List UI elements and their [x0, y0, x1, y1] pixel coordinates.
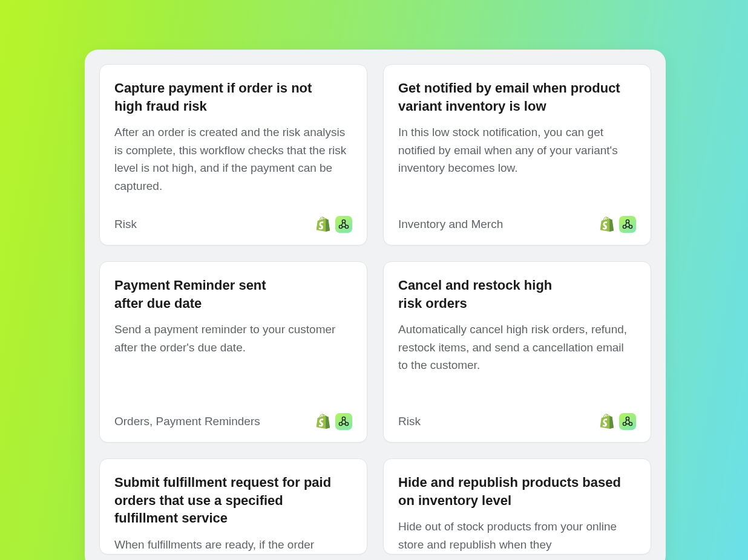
- svg-point-2: [345, 225, 348, 228]
- card-tags: Risk: [398, 415, 421, 428]
- svg-point-11: [629, 422, 632, 425]
- card-icons: [599, 413, 636, 430]
- svg-point-1: [339, 225, 342, 228]
- card-title: Cancel and restock high risk orders: [398, 276, 553, 312]
- template-card[interactable]: Cancel and restock high risk orders Auto…: [383, 261, 651, 443]
- card-title: Capture payment if order is not high fra…: [114, 79, 340, 115]
- card-description: Hide out of stock products from your onl…: [398, 518, 636, 553]
- card-description: After an order is created and the risk a…: [114, 123, 352, 195]
- card-tags: Risk: [114, 218, 137, 231]
- card-footer: Risk: [114, 216, 352, 233]
- card-description: Send a payment reminder to your customer…: [114, 321, 352, 356]
- svg-point-7: [339, 422, 342, 425]
- card-title: Get notified by email when product varia…: [398, 79, 624, 115]
- flow-icon: [335, 413, 352, 430]
- template-card[interactable]: Get notified by email when product varia…: [383, 64, 651, 246]
- svg-point-6: [342, 417, 345, 420]
- card-icons: [315, 216, 352, 233]
- card-description: When fulfillments are ready, if the orde…: [114, 536, 352, 553]
- card-footer: Inventory and Merch: [398, 216, 636, 233]
- shopify-icon: [315, 216, 332, 233]
- card-title: Hide and republish products based on inv…: [398, 474, 624, 509]
- card-tags: Orders, Payment Reminders: [114, 415, 260, 428]
- flow-icon: [619, 413, 636, 430]
- card-footer: Orders, Payment Reminders: [114, 413, 352, 430]
- card-tags: Inventory and Merch: [398, 218, 503, 231]
- flow-icon: [619, 216, 636, 233]
- flow-icon: [335, 216, 352, 233]
- shopify-icon: [599, 216, 615, 233]
- card-icons: [315, 413, 352, 430]
- shopify-icon: [599, 413, 615, 430]
- svg-point-3: [626, 220, 629, 223]
- card-description: In this low stock notification, you can …: [398, 123, 636, 177]
- template-card[interactable]: Capture payment if order is not high fra…: [99, 64, 367, 246]
- card-title: Submit fulfillment request for paid orde…: [114, 474, 340, 527]
- template-card[interactable]: Hide and republish products based on inv…: [383, 458, 651, 555]
- template-card[interactable]: Submit fulfillment request for paid orde…: [99, 458, 367, 555]
- templates-grid: Capture payment if order is not high fra…: [99, 64, 651, 555]
- card-footer: Risk: [398, 413, 636, 430]
- svg-point-9: [626, 417, 629, 420]
- card-description: Automatically cancel high risk orders, r…: [398, 321, 636, 374]
- card-icons: [599, 216, 636, 233]
- svg-point-8: [345, 422, 348, 425]
- shopify-icon: [315, 413, 332, 430]
- svg-point-4: [623, 225, 626, 228]
- svg-point-10: [623, 422, 626, 425]
- svg-point-5: [629, 225, 632, 228]
- card-title: Payment Reminder sent after due date: [114, 276, 293, 312]
- template-card[interactable]: Payment Reminder sent after due date Sen…: [99, 261, 367, 443]
- templates-panel: Capture payment if order is not high fra…: [85, 50, 666, 560]
- svg-point-0: [342, 220, 345, 223]
